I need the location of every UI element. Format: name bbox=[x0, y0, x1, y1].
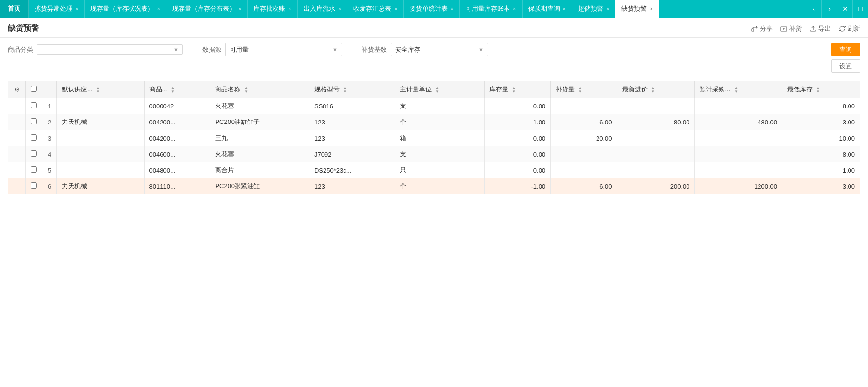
row-spec-0: SS816 bbox=[309, 98, 395, 114]
replenish-base-select[interactable]: 安全库存 ▼ bbox=[391, 43, 488, 56]
row-min-stock-5: 3.00 bbox=[782, 178, 860, 194]
refresh-icon bbox=[839, 25, 846, 32]
row-est-purchase-0 bbox=[695, 98, 782, 114]
nav-prev-btn[interactable]: ‹ bbox=[806, 0, 821, 18]
nav-tab-inventory-dist[interactable]: 现存量（库存分布表） × bbox=[166, 0, 248, 18]
col-header-min-stock[interactable]: 最低库存 ▲▼ bbox=[782, 81, 860, 98]
table-row: 5 004800... 离合片 DS250*23c... 只 0.00 1.00 bbox=[8, 162, 860, 178]
export-icon bbox=[810, 25, 816, 32]
table-body: 1 0000042 火花塞 SS816 支 0.00 8.00 2 力天机械 0… bbox=[8, 98, 860, 194]
table-row: 2 力天机械 004200... PC200油缸缸子 123 个 -1.00 6… bbox=[8, 114, 860, 130]
row-replenish-1: 6.00 bbox=[551, 114, 617, 130]
col-header-est-purchase[interactable]: 预计采购... ▲▼ bbox=[695, 81, 782, 98]
col-header-unit[interactable]: 主计量单位 ▲▼ bbox=[395, 81, 484, 98]
nav-tab-overstock[interactable]: 超储预警 × bbox=[572, 0, 615, 18]
row-select-3[interactable] bbox=[31, 150, 37, 157]
row-replenish-4 bbox=[551, 162, 617, 178]
table-row: 1 0000042 火花塞 SS816 支 0.00 8.00 bbox=[8, 98, 860, 114]
header-actions: 分享 补货 导出 刷新 bbox=[751, 24, 860, 33]
row-name-2: 三九 bbox=[210, 130, 309, 146]
sort-unit-icon: ▲▼ bbox=[435, 86, 439, 94]
row-select-4[interactable] bbox=[31, 166, 37, 173]
datasource-label: 数据源 bbox=[202, 45, 221, 54]
category-select[interactable]: ▼ bbox=[37, 44, 183, 55]
row-checkbox-4[interactable] bbox=[26, 162, 42, 178]
col-header-stock[interactable]: 库存量 ▲▼ bbox=[484, 81, 550, 98]
refresh-action[interactable]: 刷新 bbox=[839, 24, 860, 33]
row-stock-1: -1.00 bbox=[484, 114, 550, 130]
replenish-action[interactable]: 补货 bbox=[780, 24, 802, 33]
export-action[interactable]: 导出 bbox=[810, 24, 831, 33]
replenish-base-filter: 补货基数 安全库存 ▼ bbox=[362, 43, 488, 56]
close-tab-inventory-dist[interactable]: × bbox=[238, 6, 241, 12]
close-tab-overstock[interactable]: × bbox=[606, 6, 609, 12]
nav-tab-recv-summary[interactable]: 收发存汇总表 × bbox=[347, 0, 403, 18]
row-checkbox-3[interactable] bbox=[26, 146, 42, 162]
row-gear-1 bbox=[8, 114, 26, 130]
row-select-2[interactable] bbox=[31, 134, 37, 141]
close-tab-shortage[interactable]: × bbox=[650, 6, 652, 12]
nav-tab-shortage[interactable]: 缺货预警 × bbox=[615, 0, 659, 18]
category-filter: 商品分类 ▼ bbox=[8, 44, 183, 55]
col-header-supplier[interactable]: 默认供应... ▲▼ bbox=[57, 81, 145, 98]
close-tab-inventory-status[interactable]: × bbox=[157, 6, 160, 12]
close-tab-inout-flow[interactable]: × bbox=[338, 6, 341, 12]
nav-close-btn[interactable]: ✕ bbox=[837, 0, 852, 18]
row-select-0[interactable] bbox=[31, 102, 37, 108]
nav-tab-order-stats[interactable]: 要货单统计表 × bbox=[404, 0, 460, 18]
close-tab-avail-ledger[interactable]: × bbox=[513, 6, 516, 12]
row-select-5[interactable] bbox=[31, 182, 37, 189]
gear-icon: ⚙ bbox=[14, 86, 20, 93]
row-name-3: 火花塞 bbox=[210, 146, 309, 162]
query-button[interactable]: 查询 bbox=[831, 43, 860, 56]
nav-tab-expiry[interactable]: 保质期查询 × bbox=[523, 0, 572, 18]
close-tab-recv-summary[interactable]: × bbox=[394, 6, 397, 12]
close-tab-expiry[interactable]: × bbox=[563, 6, 566, 12]
nav-expand-btn[interactable]: □ bbox=[852, 0, 868, 18]
row-supplier-5: 力天机械 bbox=[57, 178, 145, 194]
col-header-latest-price[interactable]: 最新进价 ▲▼ bbox=[617, 81, 695, 98]
row-unit-5: 个 bbox=[395, 178, 484, 194]
row-checkbox-5[interactable] bbox=[26, 178, 42, 194]
row-unit-0: 支 bbox=[395, 98, 484, 114]
row-select-1[interactable] bbox=[31, 118, 37, 124]
row-spec-5: 123 bbox=[309, 178, 395, 194]
select-all-checkbox[interactable] bbox=[31, 86, 37, 92]
row-checkbox-0[interactable] bbox=[26, 98, 42, 114]
page-title: 缺货预警 bbox=[8, 23, 39, 34]
nav-tab-inout-flow[interactable]: 出入库流水 × bbox=[298, 0, 347, 18]
datasource-select[interactable]: 可用量 ▼ bbox=[225, 43, 342, 56]
nav-tab-exception[interactable]: 拣货异常处理 × bbox=[29, 0, 85, 18]
nav-tab-avail-ledger[interactable]: 可用量库存账本 × bbox=[460, 0, 522, 18]
col-header-checkbox[interactable] bbox=[26, 81, 42, 98]
close-tab-exception[interactable]: × bbox=[75, 6, 78, 12]
close-tab-batch-account[interactable]: × bbox=[288, 6, 291, 12]
close-tab-order-stats[interactable]: × bbox=[451, 6, 453, 12]
nav-tab-inventory-status[interactable]: 现存量（库存状况表） × bbox=[85, 0, 166, 18]
row-name-5: PC200张紧油缸 bbox=[210, 178, 309, 194]
sort-code-icon: ▲▼ bbox=[171, 86, 175, 94]
nav-tab-batch-account[interactable]: 库存批次账 × bbox=[248, 0, 297, 18]
nav-tab-home[interactable]: 首页 bbox=[0, 0, 29, 18]
row-latest-price-5: 200.00 bbox=[617, 178, 695, 194]
row-checkbox-1[interactable] bbox=[26, 114, 42, 130]
col-header-gear[interactable]: ⚙ bbox=[8, 81, 26, 98]
col-header-code[interactable]: 商品... ▲▼ bbox=[144, 81, 210, 98]
row-est-purchase-1: 480.00 bbox=[695, 114, 782, 130]
col-header-spec[interactable]: 规格型号 ▲▼ bbox=[309, 81, 395, 98]
nav-next-btn[interactable]: › bbox=[821, 0, 837, 18]
replenish-base-value: 安全库存 bbox=[395, 45, 474, 54]
row-spec-2: 123 bbox=[309, 130, 395, 146]
share-action[interactable]: 分享 bbox=[751, 24, 773, 33]
settings-button[interactable]: 设置 bbox=[831, 59, 860, 73]
col-header-replenish[interactable]: 补货量 ▲▼ bbox=[551, 81, 617, 98]
row-min-stock-4: 1.00 bbox=[782, 162, 860, 178]
row-seq-4: 5 bbox=[42, 162, 57, 178]
nav-controls: ‹ › ✕ □ bbox=[806, 0, 868, 18]
col-header-name[interactable]: 商品名称 ▲▼ bbox=[210, 81, 309, 98]
sort-latest-price-icon: ▲▼ bbox=[651, 86, 655, 94]
row-checkbox-2[interactable] bbox=[26, 130, 42, 146]
row-supplier-2 bbox=[57, 130, 145, 146]
row-code-0: 0000042 bbox=[144, 98, 210, 114]
row-spec-4: DS250*23c... bbox=[309, 162, 395, 178]
